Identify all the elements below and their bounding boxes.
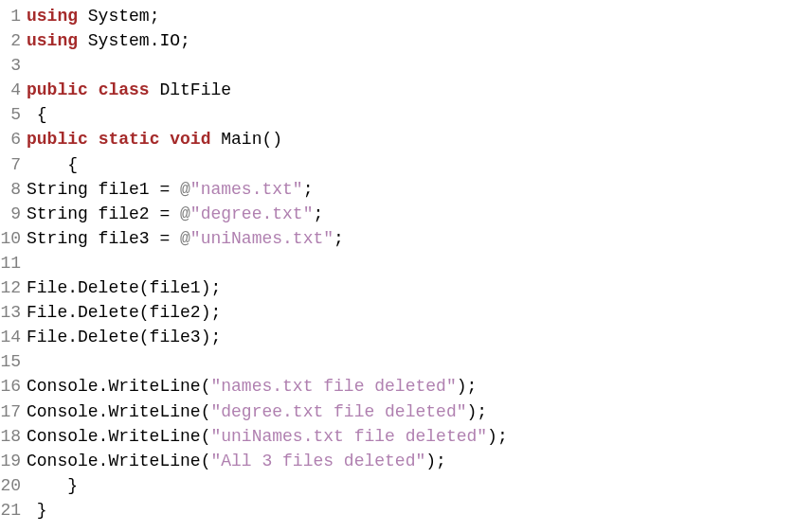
code-token: @	[180, 180, 190, 199]
code-line: 16Console.WriteLine("names.txt file dele…	[0, 374, 794, 399]
line-number: 4	[0, 78, 27, 102]
line-number: 9	[0, 202, 27, 226]
line-content: }	[27, 473, 78, 498]
line-number: 15	[0, 349, 27, 374]
line-content: public class DltFile	[27, 78, 231, 102]
line-content: String file2 = @"degree.txt";	[27, 202, 323, 226]
code-token: File.Delete(file1);	[27, 278, 221, 297]
code-token: DltFile	[150, 80, 231, 99]
code-token: }	[27, 501, 47, 520]
code-line: 8String file1 = @"names.txt";	[0, 177, 794, 202]
line-content: using System;	[27, 4, 159, 28]
code-token: "names.txt file deleted"	[210, 377, 456, 396]
line-content: Console.WriteLine("degree.txt file delet…	[27, 399, 487, 424]
code-token: Main()	[210, 130, 282, 149]
line-number: 6	[0, 127, 27, 151]
code-token: using	[27, 31, 78, 50]
code-line: 4public class DltFile	[0, 78, 794, 102]
line-content: {	[27, 152, 78, 177]
code-token: class	[99, 80, 150, 99]
code-token: void	[170, 130, 210, 149]
line-number: 12	[0, 275, 27, 300]
code-token: "uniNames.txt"	[190, 229, 334, 248]
line-content: Console.WriteLine("names.txt file delete…	[27, 374, 477, 399]
line-number: 5	[0, 102, 27, 127]
code-line: 14File.Delete(file3);	[0, 325, 794, 349]
line-number: 21	[0, 498, 27, 523]
code-token: @	[180, 229, 190, 248]
line-content: using System.IO;	[27, 28, 190, 53]
code-token: Console.WriteLine(	[27, 427, 210, 446]
code-token: public	[27, 80, 88, 99]
line-number: 7	[0, 152, 27, 177]
code-token: "degree.txt file deleted"	[210, 402, 466, 421]
code-token	[88, 130, 99, 149]
line-content: String file3 = @"uniNames.txt";	[27, 226, 344, 251]
code-line: 19Console.WriteLine("All 3 files deleted…	[0, 449, 794, 473]
code-token: Console.WriteLine(	[27, 402, 210, 421]
code-token: static	[99, 130, 160, 149]
code-token: public	[27, 130, 88, 149]
code-line: 3	[0, 53, 794, 78]
code-token: String file3 =	[27, 229, 180, 248]
code-line: 1using System;	[0, 4, 794, 28]
code-token: File.Delete(file2);	[27, 303, 221, 322]
code-line: 2using System.IO;	[0, 28, 794, 53]
line-number: 17	[0, 399, 27, 424]
line-number: 14	[0, 325, 27, 349]
code-token: ;	[303, 180, 314, 199]
line-number: 20	[0, 473, 27, 498]
code-line: 12File.Delete(file1);	[0, 275, 794, 300]
line-number: 3	[0, 53, 27, 78]
code-token: );	[466, 402, 487, 421]
line-content: Console.WriteLine("uniNames.txt file del…	[27, 424, 508, 449]
code-line: 5 {	[0, 102, 794, 127]
code-token: ;	[334, 229, 344, 248]
code-line: 11	[0, 251, 794, 275]
line-number: 19	[0, 449, 27, 473]
code-line: 9String file2 = @"degree.txt";	[0, 202, 794, 226]
code-line: 7 {	[0, 152, 794, 177]
code-token: Console.WriteLine(	[27, 377, 210, 396]
code-token: String file2 =	[27, 204, 180, 223]
code-token: "degree.txt"	[190, 204, 314, 223]
line-number: 18	[0, 424, 27, 449]
code-token: {	[27, 155, 78, 174]
code-token	[88, 80, 99, 99]
code-token: );	[425, 452, 446, 470]
line-number: 2	[0, 28, 27, 53]
line-number: 8	[0, 177, 27, 202]
code-token: String file1 =	[27, 180, 180, 199]
code-line: 20 }	[0, 473, 794, 498]
line-number: 11	[0, 251, 27, 275]
code-token: );	[457, 377, 478, 396]
line-content: Console.WriteLine("All 3 files deleted")…	[27, 449, 446, 473]
line-content: File.Delete(file2);	[27, 300, 221, 325]
code-line: 13File.Delete(file2);	[0, 300, 794, 325]
code-token: System;	[78, 7, 159, 26]
code-token: @	[180, 204, 190, 223]
code-line: 10String file3 = @"uniNames.txt";	[0, 226, 794, 251]
code-token: System.IO;	[78, 31, 190, 50]
code-token: using	[27, 7, 78, 26]
line-number: 10	[0, 226, 27, 251]
code-line: 21 }	[0, 498, 794, 523]
code-token	[159, 130, 170, 149]
code-token: "uniNames.txt file deleted"	[210, 427, 487, 446]
line-number: 13	[0, 300, 27, 325]
line-content: File.Delete(file3);	[27, 325, 221, 349]
code-token: Console.WriteLine(	[27, 452, 210, 470]
line-content: String file1 = @"names.txt";	[27, 177, 313, 202]
line-number: 1	[0, 4, 27, 28]
code-token: "All 3 files deleted"	[210, 452, 425, 470]
code-line: 17Console.WriteLine("degree.txt file del…	[0, 399, 794, 424]
code-token: ;	[313, 204, 323, 223]
code-token: "names.txt"	[190, 180, 303, 199]
code-line: 18Console.WriteLine("uniNames.txt file d…	[0, 424, 794, 449]
code-token: {	[27, 105, 47, 124]
code-block: 1using System;2using System.IO;34public …	[0, 4, 794, 523]
line-content: public static void Main()	[27, 127, 282, 151]
line-content: {	[27, 102, 47, 127]
line-number: 16	[0, 374, 27, 399]
code-token: }	[27, 476, 78, 495]
